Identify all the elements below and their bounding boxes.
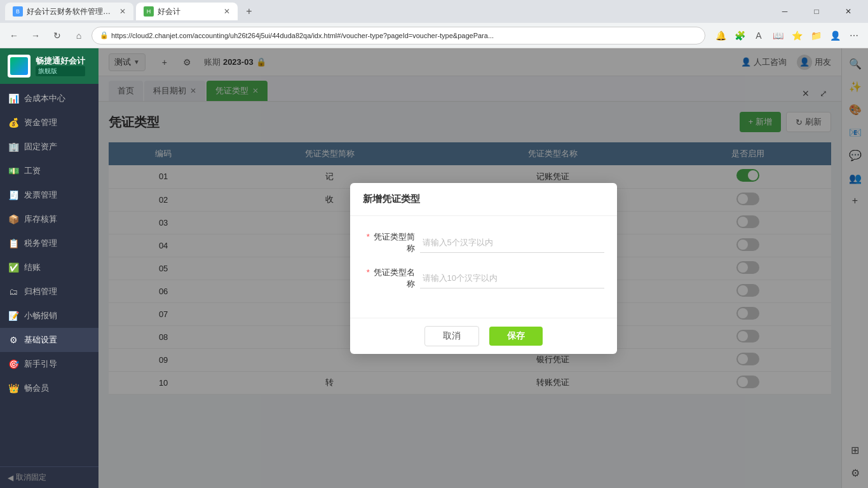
sidebar-label-guide: 新手引导 bbox=[24, 358, 57, 370]
sidebar-label-smallreport: 小畅报销 bbox=[24, 310, 57, 322]
sidebar: 畅捷通好会计 旗舰版 📊 会成本中心 💰 资金管理 🏢 固定资产 💵 工资 bbox=[0, 48, 98, 488]
browser-tab-1[interactable]: B 好会计云财务软件管理系统_会计 ✕ bbox=[5, 3, 133, 20]
guide-icon: 🎯 bbox=[8, 358, 19, 370]
sidebar-items: 📊 会成本中心 💰 资金管理 🏢 固定资产 💵 工资 🧾 发票管理 📦 bbox=[0, 84, 98, 466]
menu-icon[interactable]: ⋯ bbox=[845, 27, 863, 44]
sidebar-label-settings: 基础设置 bbox=[24, 334, 57, 346]
smallreport-icon: 📝 bbox=[8, 310, 19, 322]
sidebar-label-capital: 资金管理 bbox=[24, 117, 57, 128]
sidebar-label-tax: 税务管理 bbox=[24, 238, 57, 249]
sidebar-label-member: 畅会员 bbox=[24, 383, 49, 394]
sidebar-item-invoice[interactable]: 🧾 发票管理 bbox=[0, 183, 98, 207]
tab-close-2[interactable]: ✕ bbox=[224, 7, 230, 16]
home-button[interactable]: ⌂ bbox=[70, 27, 88, 44]
address-input[interactable]: 🔒 https://cloud2.chanjet.com/accounting/… bbox=[92, 27, 705, 44]
sidebar-label-fixedasset: 固定资产 bbox=[24, 141, 57, 152]
tab-close-1[interactable]: ✕ bbox=[119, 7, 126, 16]
unpin-icon: ◀ bbox=[8, 473, 13, 482]
extensions-icon[interactable]: 🧩 bbox=[731, 27, 749, 44]
sidebar-label-dashboardcenter: 会成本中心 bbox=[24, 93, 65, 104]
sidebar-label-archive: 归档管理 bbox=[24, 286, 57, 297]
sidebar-item-salary[interactable]: 💵 工资 bbox=[0, 159, 98, 183]
sidebar-label-invoice: 发票管理 bbox=[24, 189, 57, 201]
cancel-button[interactable]: 取消 bbox=[424, 326, 479, 346]
logo-text-container: 畅捷通好会计 旗舰版 bbox=[36, 56, 85, 77]
inventory-icon: 📦 bbox=[8, 214, 19, 225]
tab-label-2: 好会计 bbox=[158, 6, 180, 17]
unpin-label: 取消固定 bbox=[16, 472, 46, 483]
fixedasset-icon: 🏢 bbox=[8, 141, 19, 152]
name-form-row: * 凭证类型名称 bbox=[363, 267, 604, 290]
sidebar-item-inventory[interactable]: 📦 库存核算 bbox=[0, 207, 98, 231]
sidebar-item-capital[interactable]: 💰 资金管理 bbox=[0, 111, 98, 135]
close-button[interactable]: ✕ bbox=[834, 0, 863, 23]
tax-icon: 📋 bbox=[8, 238, 19, 249]
minimize-button[interactable]: ─ bbox=[770, 0, 799, 23]
invoice-icon: 🧾 bbox=[8, 189, 19, 201]
notifications-icon[interactable]: 🔔 bbox=[712, 27, 729, 44]
sidebar-item-dashboardcenter[interactable]: 📊 会成本中心 bbox=[0, 86, 98, 111]
member-icon: 👑 bbox=[8, 383, 19, 394]
profile-icon[interactable]: 👤 bbox=[826, 27, 844, 44]
capital-icon: 💰 bbox=[8, 117, 19, 128]
dashboardcenter-icon: 📊 bbox=[8, 93, 19, 104]
address-bar: ← → ↻ ⌂ 🔒 https://cloud2.chanjet.com/acc… bbox=[0, 23, 868, 48]
sidebar-label-checkout: 结账 bbox=[24, 262, 41, 273]
forward-button[interactable]: → bbox=[27, 27, 44, 44]
logo-text: 畅捷通好会计 bbox=[36, 56, 85, 67]
browser-tools: 🔔 🧩 A 📖 ⭐ 📁 👤 ⋯ bbox=[712, 27, 863, 44]
sidebar-item-tax[interactable]: 📋 税务管理 bbox=[0, 231, 98, 255]
sidebar-item-settings[interactable]: ⚙ 基础设置 bbox=[0, 328, 98, 352]
sidebar-item-guide[interactable]: 🎯 新手引导 bbox=[0, 352, 98, 376]
tab-bar: B 好会计云财务软件管理系统_会计 ✕ H 好会计 ✕ + ─ □ ✕ bbox=[0, 0, 868, 23]
sidebar-item-checkout[interactable]: ✅ 结账 bbox=[0, 255, 98, 280]
name-required-star: * bbox=[367, 268, 370, 277]
reader-icon[interactable]: 📖 bbox=[769, 27, 787, 44]
checkout-icon: ✅ bbox=[8, 262, 19, 273]
reload-button[interactable]: ↻ bbox=[48, 27, 66, 44]
tab-favicon-1: B bbox=[13, 6, 23, 17]
translate-icon[interactable]: A bbox=[750, 27, 768, 44]
modal-overlay: 新增凭证类型 * 凭证类型简称 * 凭证类型名称 取消 保存 bbox=[98, 48, 868, 488]
save-button[interactable]: 保存 bbox=[489, 327, 543, 346]
sidebar-item-archive[interactable]: 🗂 归档管理 bbox=[0, 280, 98, 304]
name-label: * 凭证类型名称 bbox=[363, 267, 420, 290]
lock-icon: 🔒 bbox=[100, 31, 109, 39]
salary-icon: 💵 bbox=[8, 165, 19, 177]
collections-icon[interactable]: 📁 bbox=[807, 27, 825, 44]
tab-label-1: 好会计云财务软件管理系统_会计 bbox=[27, 6, 116, 17]
add-voucher-type-modal: 新增凭证类型 * 凭证类型简称 * 凭证类型名称 取消 保存 bbox=[350, 183, 617, 354]
browser-chrome: B 好会计云财务软件管理系统_会计 ✕ H 好会计 ✕ + ─ □ ✕ ← → … bbox=[0, 0, 868, 48]
abbr-label: * 凭证类型简称 bbox=[363, 231, 420, 254]
sidebar-item-smallreport[interactable]: 📝 小畅报销 bbox=[0, 304, 98, 328]
abbr-required-star: * bbox=[367, 232, 370, 241]
name-input[interactable] bbox=[420, 268, 604, 288]
modal-body: * 凭证类型简称 * 凭证类型名称 bbox=[350, 216, 617, 318]
browser-tab-2[interactable]: H 好会计 ✕ bbox=[136, 3, 238, 20]
logo-sub: 旗舰版 bbox=[36, 66, 85, 76]
logo-icon bbox=[8, 55, 31, 78]
modal-title: 新增凭证类型 bbox=[363, 193, 420, 204]
window-controls: ─ □ ✕ bbox=[770, 0, 863, 23]
address-text: https://cloud2.chanjet.com/accounting/uh… bbox=[111, 32, 697, 39]
archive-icon: 🗂 bbox=[8, 286, 19, 297]
maximize-button[interactable]: □ bbox=[802, 0, 831, 23]
sidebar-label-salary: 工资 bbox=[24, 165, 41, 177]
settings-icon: ⚙ bbox=[8, 334, 19, 346]
modal-footer: 取消 保存 bbox=[350, 318, 617, 354]
sidebar-label-inventory: 库存核算 bbox=[24, 214, 57, 225]
abbr-input[interactable] bbox=[420, 233, 604, 253]
favorites-icon[interactable]: ⭐ bbox=[788, 27, 806, 44]
back-button[interactable]: ← bbox=[5, 27, 23, 44]
sidebar-footer[interactable]: ◀ 取消固定 bbox=[0, 466, 98, 488]
sidebar-logo: 畅捷通好会计 旗舰版 bbox=[0, 48, 98, 84]
tab-favicon-2: H bbox=[144, 6, 154, 17]
name-label-text: 凭证类型名称 bbox=[374, 268, 415, 288]
logo-icon-inner bbox=[10, 57, 28, 75]
abbr-label-text: 凭证类型简称 bbox=[374, 232, 415, 253]
sidebar-item-fixedasset[interactable]: 🏢 固定资产 bbox=[0, 135, 98, 159]
new-tab-button[interactable]: + bbox=[240, 3, 258, 20]
abbr-form-row: * 凭证类型简称 bbox=[363, 231, 604, 254]
modal-header: 新增凭证类型 bbox=[350, 183, 617, 216]
sidebar-item-member[interactable]: 👑 畅会员 bbox=[0, 376, 98, 400]
